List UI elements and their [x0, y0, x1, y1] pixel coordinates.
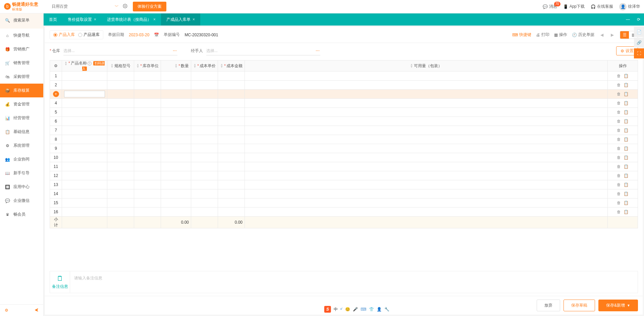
spec-cell[interactable] — [107, 180, 134, 189]
amount-cell[interactable] — [218, 144, 245, 153]
spec-cell[interactable] — [107, 208, 134, 217]
price-cell[interactable] — [191, 153, 218, 162]
operate-button[interactable]: ▦操作 — [554, 32, 567, 38]
sidebar-item-member[interactable]: ♛畅会员 — [0, 208, 43, 221]
available-cell[interactable] — [245, 99, 608, 108]
amount-cell[interactable] — [218, 90, 245, 99]
spec-cell[interactable] — [107, 144, 134, 153]
price-cell[interactable] — [191, 90, 218, 99]
sidebar-item-sales[interactable]: 🛒销售管理 — [0, 56, 43, 70]
table-row[interactable]: 16🗑📋 — [50, 208, 638, 217]
view-list-icon[interactable]: ☰ — [620, 31, 629, 39]
copy-row-icon[interactable]: 📋 — [624, 101, 629, 105]
sidebar-item-wechat[interactable]: 💬企业微信 — [0, 194, 43, 208]
amount-cell[interactable] — [218, 135, 245, 144]
ime-emoji-icon[interactable]: 😊 — [345, 307, 350, 312]
settings-icon[interactable]: ⚙ — [5, 308, 8, 313]
table-row[interactable]: 1🗑📋 — [50, 72, 638, 81]
rail-link-icon[interactable]: 🔗 — [634, 38, 644, 48]
delete-row-icon[interactable]: 🗑 — [617, 191, 621, 196]
messages-button[interactable]: 💬 消息 70 — [543, 4, 557, 9]
delete-row-icon[interactable]: 🗑 — [617, 110, 621, 115]
col-amount[interactable]: ▲▼*成本金额 — [218, 60, 245, 72]
radio-product-out[interactable]: 产品退库 — [78, 32, 100, 38]
prev-doc-icon[interactable]: ◀ — [599, 33, 605, 37]
table-row[interactable]: 14🗑📋 — [50, 189, 638, 198]
amount-cell[interactable] — [218, 208, 245, 217]
save-new-button[interactable]: 保存&新增▼ — [598, 300, 638, 311]
unit-cell[interactable] — [134, 162, 161, 171]
amount-cell[interactable] — [218, 117, 245, 126]
table-row[interactable]: 15🗑📋 — [50, 198, 638, 208]
add-row-button[interactable]: + — [50, 90, 62, 99]
collapse-icon[interactable]: ⮜ — [35, 308, 39, 313]
industry-cta-button[interactable]: 体验行业方案 — [133, 2, 166, 11]
spec-cell[interactable] — [107, 171, 134, 180]
table-row[interactable]: 6🗑📋 — [50, 117, 638, 126]
copy-row-icon[interactable]: 📋 — [624, 191, 629, 196]
sidebar-item-collab[interactable]: 👥企业协同 — [0, 152, 43, 166]
unit-cell[interactable] — [134, 144, 161, 153]
copy-row-icon[interactable]: 📋 — [624, 200, 629, 205]
ime-keyboard-icon[interactable]: ⌨ — [361, 307, 366, 312]
amount-cell[interactable] — [218, 180, 245, 189]
product-name-cell[interactable] — [62, 144, 107, 153]
price-cell[interactable] — [191, 189, 218, 198]
product-name-cell[interactable] — [62, 208, 107, 217]
available-cell[interactable] — [245, 108, 608, 117]
delete-row-icon[interactable]: 🗑 — [617, 200, 621, 205]
ime-skin-icon[interactable]: 👕 — [369, 307, 374, 312]
unit-cell[interactable] — [134, 198, 161, 208]
price-cell[interactable] — [191, 126, 218, 135]
qty-cell[interactable] — [161, 135, 191, 144]
product-name-cell[interactable] — [62, 81, 107, 90]
delete-row-icon[interactable]: 🗑 — [617, 146, 621, 151]
rail-expand-icon[interactable]: ⛶ — [634, 48, 644, 58]
unit-cell[interactable] — [134, 81, 161, 90]
qty-cell[interactable] — [161, 208, 191, 217]
table-row[interactable]: 10🗑📋 — [50, 153, 638, 162]
delete-row-icon[interactable]: 🗑 — [617, 83, 621, 87]
product-name-cell[interactable] — [62, 198, 107, 208]
radio-product-in[interactable]: 产品入库 — [53, 32, 75, 38]
product-name-cell[interactable] — [62, 90, 107, 99]
history-button[interactable]: 🕘历史单据 — [572, 32, 594, 38]
copy-row-icon[interactable]: 📋 — [624, 164, 629, 169]
ime-lang[interactable]: 中 — [334, 307, 338, 312]
sidebar-item-apps[interactable]: 🔲应用中心 — [0, 180, 43, 194]
price-cell[interactable] — [191, 162, 218, 171]
available-cell[interactable] — [245, 117, 608, 126]
copy-row-icon[interactable]: 📋 — [624, 146, 629, 151]
spec-cell[interactable] — [107, 162, 134, 171]
table-row[interactable]: +🗑📋 — [50, 90, 638, 99]
col-unit[interactable]: ▲▼*库存单位 — [134, 60, 161, 72]
sidebar-item-system[interactable]: ⚙系统管理 — [0, 139, 43, 152]
amount-cell[interactable] — [218, 126, 245, 135]
table-row[interactable]: 8🗑📋 — [50, 135, 638, 144]
qty-cell[interactable] — [161, 81, 191, 90]
warehouse-select[interactable]: 选择... ⋯ — [63, 47, 177, 55]
user-menu[interactable]: 👤 徐泽华 — [619, 3, 640, 10]
spec-cell[interactable] — [107, 90, 134, 99]
delete-row-icon[interactable]: 🗑 — [617, 119, 621, 124]
delete-row-icon[interactable]: 🗑 — [617, 128, 621, 133]
qty-cell[interactable] — [161, 72, 191, 81]
copy-row-icon[interactable]: 📋 — [624, 182, 629, 187]
ime-tools-icon[interactable]: 🔧 — [384, 307, 389, 312]
price-cell[interactable] — [191, 81, 218, 90]
amount-cell[interactable] — [218, 81, 245, 90]
table-row[interactable]: 5🗑📋 — [50, 108, 638, 117]
qty-cell[interactable] — [161, 162, 191, 171]
unit-cell[interactable] — [134, 189, 161, 198]
product-name-cell[interactable] — [62, 99, 107, 108]
unit-cell[interactable] — [134, 135, 161, 144]
qty-cell[interactable] — [161, 198, 191, 208]
available-cell[interactable] — [245, 162, 608, 171]
sidebar-item-quicknav[interactable]: ⌂快捷导航 — [0, 29, 43, 42]
delete-row-icon[interactable]: 🗑 — [617, 164, 621, 169]
sidebar-item-marketing[interactable]: 🎁营销推广 — [0, 42, 43, 56]
product-name-cell[interactable] — [62, 153, 107, 162]
available-cell[interactable] — [245, 171, 608, 180]
unit-cell[interactable] — [134, 72, 161, 81]
unit-cell[interactable] — [134, 126, 161, 135]
